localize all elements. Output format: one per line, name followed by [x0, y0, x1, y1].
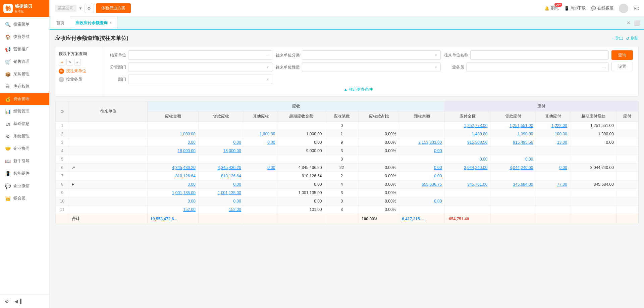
row-cell[interactable]: [399, 206, 445, 214]
row-cell[interactable]: [244, 172, 278, 180]
sidebar-item-ops[interactable]: 📊 经营管理: [0, 105, 49, 118]
row-cell[interactable]: 1,251,551.00: [490, 122, 536, 130]
row-cell[interactable]: 1,390.00: [490, 130, 536, 138]
row-cell[interactable]: [536, 147, 570, 155]
row-cell[interactable]: 0.00: [148, 180, 199, 189]
tab-close-button[interactable]: ×: [110, 21, 112, 25]
notice-button[interactable]: 🔔 消息 99+: [544, 5, 559, 11]
scheme-by-salesperson[interactable]: ⏱ 按业务员: [55, 75, 102, 84]
row-cell[interactable]: [244, 155, 278, 164]
row-cell[interactable]: 1,222.00: [536, 122, 570, 130]
row-cell[interactable]: 0.00: [399, 164, 445, 172]
sidebar-item-finance[interactable]: 💰 资金管理: [0, 93, 49, 105]
partner-nature-select[interactable]: ▼: [302, 62, 440, 72]
row-cell[interactable]: 4,345,436.20: [148, 164, 199, 172]
sidebar-item-sales[interactable]: 🛒 销售管理: [0, 55, 49, 68]
row-cell[interactable]: [490, 189, 536, 197]
row-cell[interactable]: 345,761.00: [445, 180, 490, 189]
trial-solution-button[interactable]: 体验行业方案: [96, 3, 131, 13]
close-window-button[interactable]: ✕: [625, 19, 632, 26]
row-cell[interactable]: [399, 122, 445, 130]
settings-button-query[interactable]: 设置: [611, 62, 633, 71]
user-name[interactable]: Rit: [634, 6, 639, 11]
row-cell[interactable]: 0.00: [198, 138, 244, 147]
row-cell[interactable]: 18,000.00: [148, 147, 199, 155]
row-cell[interactable]: [536, 172, 570, 180]
row-cell[interactable]: 0.00: [148, 197, 199, 206]
row-cell[interactable]: [490, 197, 536, 206]
app-download-button[interactable]: 📱 App下载: [564, 5, 586, 11]
refresh-button[interactable]: ↺ 刷新: [626, 36, 639, 41]
row-cell[interactable]: [244, 180, 278, 189]
settings-button[interactable]: ⚙: [5, 299, 9, 304]
row-cell[interactable]: 18,000.00: [198, 147, 244, 155]
row-cell[interactable]: 810,126.64: [148, 172, 199, 180]
sidebar-item-collab[interactable]: 🤝 企业协同: [0, 142, 49, 155]
row-cell[interactable]: [490, 206, 536, 214]
export-button[interactable]: ↑ 导出: [612, 36, 623, 41]
online-service-button[interactable]: 💬 在线客服: [591, 5, 613, 11]
collapse-sidebar-button[interactable]: ◀▐: [14, 299, 21, 304]
query-button[interactable]: 查询: [611, 50, 633, 60]
row-cell[interactable]: [148, 155, 199, 164]
row-cell[interactable]: [445, 197, 490, 206]
breadcrumb-dropdown-icon[interactable]: ▼: [78, 6, 83, 11]
partner-name-input[interactable]: [470, 50, 609, 60]
row-cell[interactable]: [536, 206, 570, 214]
row-cell[interactable]: [244, 147, 278, 155]
row-cell[interactable]: [445, 172, 490, 180]
sidebar-item-inventory[interactable]: 🏛 库存核算: [0, 80, 49, 93]
sidebar-item-quick[interactable]: 🏠 快捷导航: [0, 31, 49, 43]
sidebar-item-member[interactable]: 👑 畅会员: [0, 192, 49, 205]
row-cell[interactable]: 0.00: [244, 164, 278, 172]
collapse-more-button[interactable]: ▲ 收起更多条件: [343, 87, 373, 92]
row-cell[interactable]: 655,636.75: [399, 180, 445, 189]
row-cell[interactable]: 0.00: [399, 172, 445, 180]
row-cell[interactable]: [490, 147, 536, 155]
row-cell[interactable]: 915,508.56: [445, 138, 490, 147]
row-cell[interactable]: 0.00: [399, 197, 445, 206]
row-cell[interactable]: 0.00: [490, 155, 536, 164]
sidebar-item-purchase[interactable]: 📦 采购管理: [0, 68, 49, 80]
row-cell[interactable]: 77.00: [536, 180, 570, 189]
sidebar-item-basic[interactable]: 🗂 基础信息: [0, 118, 49, 130]
row-cell[interactable]: [445, 147, 490, 155]
row-cell[interactable]: 915,495.56: [490, 138, 536, 147]
row-cell[interactable]: 3,044,240.00: [445, 164, 490, 172]
row-cell[interactable]: 0.00: [198, 180, 244, 189]
row-cell[interactable]: 0.00: [148, 138, 199, 147]
row-cell[interactable]: 0.00: [399, 147, 445, 155]
row-cell[interactable]: [536, 197, 570, 206]
row-cell[interactable]: 0.00: [536, 164, 570, 172]
row-cell[interactable]: [399, 189, 445, 197]
edit-scheme-button[interactable]: ✎: [66, 59, 73, 65]
row-cell[interactable]: 1,490.00: [445, 130, 490, 138]
sidebar-item-wechat[interactable]: 💬 企业微信: [0, 180, 49, 192]
footer-ar-prepay[interactable]: 6,417,215....: [399, 214, 445, 224]
row-cell[interactable]: [536, 189, 570, 197]
row-cell[interactable]: [148, 122, 199, 130]
row-cell[interactable]: 0.00: [445, 155, 490, 164]
sidebar-item-search[interactable]: 🔍 搜索菜单: [0, 18, 49, 31]
dept-select[interactable]: ▼: [128, 62, 272, 72]
row-cell[interactable]: [198, 122, 244, 130]
row-cell[interactable]: 810,126.64: [198, 172, 244, 180]
scheme-by-partner[interactable]: 畅 按往来单位: [55, 67, 102, 75]
collapse-scheme-button[interactable]: «: [74, 59, 81, 65]
row-cell[interactable]: 13.00: [536, 138, 570, 147]
row-cell[interactable]: [399, 155, 445, 164]
row-cell[interactable]: 4,345,436.20: [198, 164, 244, 172]
sidebar-item-guide[interactable]: 📖 新手引导: [0, 155, 49, 167]
row-cell[interactable]: 0.00: [244, 138, 278, 147]
row-cell[interactable]: 1,000.00: [148, 130, 199, 138]
settlement-unit-input[interactable]: ···: [128, 50, 272, 60]
avatar[interactable]: [619, 4, 628, 13]
row-cell[interactable]: 100.00: [536, 130, 570, 138]
table-settings-icon[interactable]: ⚙: [60, 109, 64, 114]
maximize-window-button[interactable]: ⬜: [633, 19, 640, 26]
row-cell[interactable]: [445, 189, 490, 197]
row-cell[interactable]: [445, 206, 490, 214]
add-scheme-button[interactable]: +: [59, 59, 65, 65]
footer-ar-amount[interactable]: 19,553,472,6...: [148, 214, 199, 224]
tab-ar-query[interactable]: 应收应付余额查询 ×: [70, 17, 117, 30]
